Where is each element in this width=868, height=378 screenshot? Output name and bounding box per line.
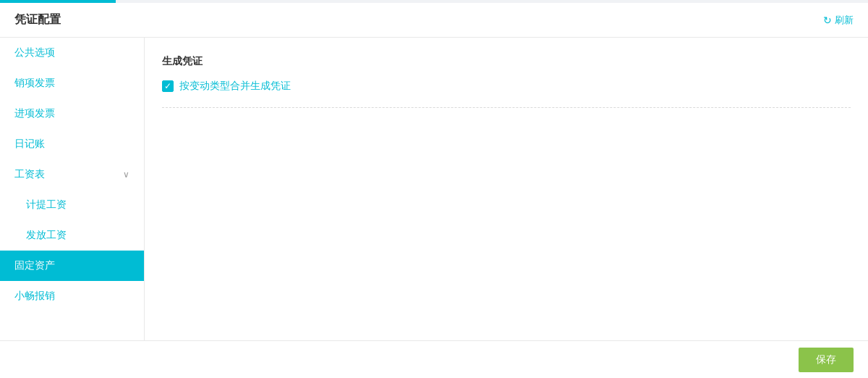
- page-footer: 保存: [0, 340, 868, 378]
- content-area: 公共选项销项发票进项发票日记账工资表∨计提工资发放工资固定资产小畅报销 生成凭证…: [0, 38, 868, 340]
- chevron-down-icon: ∨: [123, 169, 129, 180]
- sidebar-item-label: 计提工资: [26, 198, 67, 211]
- page-wrapper: 凭证配置 ↻ 刷新 公共选项销项发票进项发票日记账工资表∨计提工资发放工资固定资…: [0, 0, 868, 378]
- sidebar-item-label: 进项发票: [14, 107, 55, 120]
- sidebar: 公共选项销项发票进项发票日记账工资表∨计提工资发放工资固定资产小畅报销: [0, 38, 145, 340]
- sidebar-item-payroll-dist[interactable]: 发放工资: [0, 220, 144, 251]
- checkmark-icon: ✓: [164, 82, 171, 91]
- page-title: 凭证配置: [14, 12, 61, 28]
- section-title: 生成凭证: [162, 55, 851, 68]
- sidebar-item-label: 销项发票: [14, 77, 55, 90]
- page-header: 凭证配置 ↻ 刷新: [0, 3, 868, 38]
- sidebar-item-label: 发放工资: [26, 229, 67, 242]
- sidebar-item-fixed-assets[interactable]: 固定资产: [0, 251, 144, 281]
- merge-voucher-checkbox[interactable]: ✓: [162, 80, 174, 92]
- sidebar-item-public-options[interactable]: 公共选项: [0, 38, 144, 68]
- merge-voucher-row: ✓ 按变动类型合并生成凭证: [162, 80, 851, 93]
- sidebar-item-purchase-invoice[interactable]: 进项发票: [0, 98, 144, 129]
- sidebar-item-label: 小畅报销: [14, 290, 55, 303]
- refresh-label: 刷新: [835, 14, 854, 27]
- merge-voucher-label: 按变动类型合并生成凭证: [179, 80, 291, 93]
- refresh-button[interactable]: ↻ 刷新: [823, 14, 854, 27]
- main-content: 生成凭证 ✓ 按变动类型合并生成凭证: [145, 38, 868, 340]
- sidebar-item-label: 公共选项: [14, 46, 55, 59]
- save-button[interactable]: 保存: [799, 348, 854, 372]
- sidebar-item-label: 工资表: [14, 168, 45, 181]
- sidebar-item-payroll-table[interactable]: 工资表∨: [0, 159, 144, 190]
- sidebar-item-journal[interactable]: 日记账: [0, 129, 144, 159]
- sidebar-item-sales-invoice[interactable]: 销项发票: [0, 68, 144, 98]
- refresh-icon: ↻: [823, 14, 832, 26]
- sidebar-item-payroll-calc[interactable]: 计提工资: [0, 190, 144, 220]
- section-divider: [162, 107, 851, 108]
- sidebar-item-label: 固定资产: [14, 259, 55, 272]
- sidebar-item-label: 日记账: [14, 138, 45, 151]
- sidebar-item-expense-report[interactable]: 小畅报销: [0, 281, 144, 311]
